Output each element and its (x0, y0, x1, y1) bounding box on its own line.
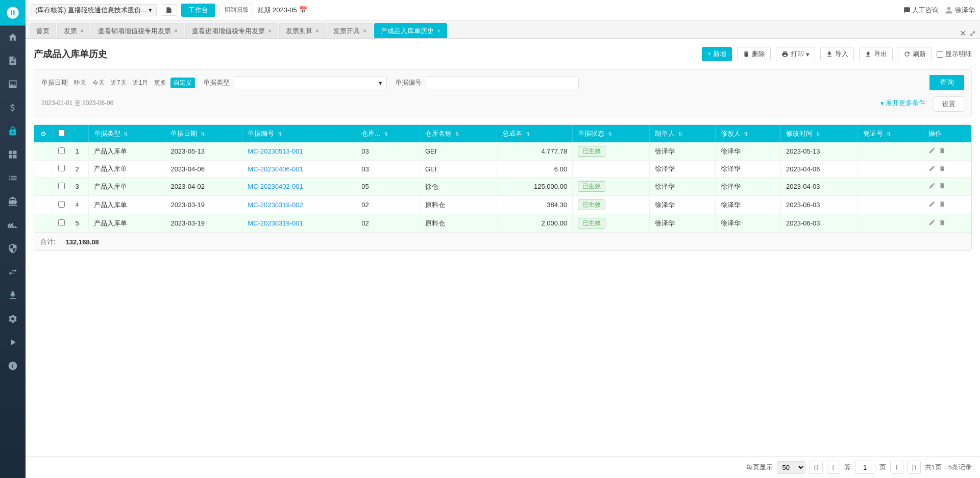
new-btn[interactable]: + 新增 (702, 47, 732, 61)
tab-check-input-vat-close[interactable]: × (268, 28, 272, 35)
row-checkbox[interactable] (58, 147, 65, 154)
tab-check-sales-vat-close[interactable]: × (174, 28, 178, 35)
row-delete-btn[interactable] (939, 182, 946, 191)
export-btn[interactable]: 导出 (859, 47, 893, 61)
prev-page-btn[interactable]: ⟨ (827, 461, 840, 474)
th-settings[interactable]: ⚙ (34, 125, 53, 142)
company-selector[interactable]: (库存核算) 直播轻统通信息技术股份... ▾ (31, 4, 157, 16)
show-detail-checkbox[interactable] (937, 51, 943, 58)
row-edit-btn[interactable] (928, 182, 936, 191)
sidebar-item-docs[interactable] (0, 49, 26, 72)
row-edit-btn[interactable] (928, 147, 936, 156)
th-status[interactable]: 单据状态 ⇅ (573, 125, 650, 142)
tab-home[interactable]: 首页 (30, 23, 56, 38)
doc-number-link[interactable]: MC-20230406-001 (248, 165, 303, 173)
sidebar-item-stamp[interactable] (0, 237, 26, 260)
delete-btn[interactable]: 删除 (737, 47, 771, 61)
row-edit-btn[interactable] (928, 165, 936, 173)
tab-invoice-open[interactable]: 发票开具 × (327, 23, 373, 38)
refresh-btn[interactable]: 刷新 (898, 47, 932, 61)
date-more-btn[interactable]: 更多 (152, 78, 168, 88)
last-page-btn[interactable]: ⟩⟩ (908, 461, 921, 474)
date-today-btn[interactable]: 今天 (90, 78, 107, 88)
row-checkbox[interactable] (58, 165, 65, 171)
cell-warehouse-name: 原料仓 (420, 214, 497, 233)
row-edit-btn[interactable] (928, 219, 936, 228)
date-1month-btn[interactable]: 近1月 (131, 78, 151, 88)
date-custom-btn[interactable]: 自定义 (170, 78, 195, 88)
type-filter-select[interactable]: ▾ (234, 77, 387, 89)
doc-number-link[interactable]: MC-20230402-001 (248, 183, 303, 190)
tab-close-all-btn[interactable]: ✕ (960, 29, 966, 38)
set-btn[interactable]: 设置 (934, 96, 964, 112)
show-detail-toggle[interactable]: 显示明细 (937, 49, 972, 59)
sidebar-item-ship[interactable] (0, 190, 26, 213)
date-7days-btn[interactable]: 近7天 (109, 78, 129, 88)
page-number-input[interactable] (855, 461, 875, 474)
workbench-btn[interactable]: 工作台 (181, 4, 215, 17)
tab-invoice-close[interactable]: × (80, 28, 84, 35)
per-page-select[interactable]: 10 20 50 100 (777, 461, 805, 474)
th-warehouse-name[interactable]: 仓库名称 ⇅ (420, 125, 497, 142)
row-checkbox[interactable] (58, 183, 65, 189)
row-delete-btn[interactable] (939, 219, 946, 228)
calendar-icon[interactable]: 📅 (299, 6, 307, 14)
th-checkbox (53, 125, 70, 142)
tab-expand-btn[interactable]: ⤢ (969, 29, 976, 38)
sidebar-item-grid[interactable] (0, 143, 26, 166)
cell-status: 已生效 (573, 214, 650, 233)
th-creator[interactable]: 制单人 ⇅ (650, 125, 716, 142)
sort-wname-icon: ⇅ (455, 131, 459, 137)
tab-product-instock-close[interactable]: × (437, 28, 440, 35)
sidebar-item-lock[interactable] (0, 119, 26, 143)
sidebar-item-chart[interactable] (0, 72, 26, 96)
sidebar-item-settings[interactable] (0, 307, 26, 331)
user-menu[interactable]: 徐泽华 (945, 6, 975, 15)
th-modifier[interactable]: 修改人 ⇅ (715, 125, 781, 142)
doc-btn[interactable] (161, 4, 177, 16)
th-number[interactable]: 单据编号 ⇅ (242, 125, 356, 142)
number-filter-input[interactable] (426, 77, 579, 89)
consult-btn[interactable]: 人工咨询 (903, 6, 939, 15)
row-checkbox[interactable] (58, 201, 65, 208)
import-btn[interactable]: 导入 (820, 47, 854, 61)
expand-filter-btn[interactable]: ▾ 展开更多条件 (880, 98, 925, 108)
next-page-btn[interactable]: ⟩ (890, 461, 903, 474)
first-page-btn[interactable]: ⟨⟨ (810, 461, 823, 474)
date-yesterday-btn[interactable]: 昨天 (72, 78, 88, 88)
print-btn[interactable]: 打印 ▾ (776, 47, 815, 61)
th-voucher[interactable]: 凭证号 ⇅ (857, 125, 923, 142)
row-delete-btn[interactable] (939, 200, 946, 209)
row-delete-btn[interactable] (939, 147, 946, 156)
th-modify-time[interactable]: 修改时间 ⇅ (781, 125, 858, 142)
sidebar-item-play[interactable] (0, 331, 26, 354)
row-checkbox[interactable] (58, 219, 65, 226)
doc-number-link[interactable]: MC-20230513-001 (248, 147, 303, 155)
sidebar-item-home[interactable] (0, 26, 26, 49)
th-date[interactable]: 单据日期 ⇅ (165, 125, 242, 142)
tab-invoice-calc[interactable]: 发票测算 × (279, 23, 326, 38)
sidebar-item-download[interactable] (0, 284, 26, 307)
row-edit-btn[interactable] (928, 200, 936, 209)
switch-old-btn[interactable]: 切到旧版 (219, 4, 253, 16)
doc-number-link[interactable]: MC-20230319-002 (248, 201, 303, 209)
th-warehouse-code[interactable]: 仓库... ⇅ (356, 125, 420, 142)
tab-check-sales-vat[interactable]: 查看销项增值税专用发票 × (91, 23, 184, 38)
cell-warehouse-code: 03 (356, 161, 420, 178)
sidebar-item-list[interactable] (0, 166, 26, 190)
row-delete-btn[interactable] (939, 165, 946, 173)
th-type[interactable]: 单据类型 ⇅ (88, 125, 165, 142)
sidebar-item-exchange[interactable] (0, 260, 26, 284)
select-all-checkbox[interactable] (58, 130, 65, 136)
doc-number-link[interactable]: MC-20230319-001 (248, 219, 303, 227)
sidebar-item-version[interactable] (0, 354, 26, 378)
tab-invoice[interactable]: 发票 × (57, 23, 90, 38)
tab-invoice-open-close[interactable]: × (363, 28, 366, 35)
sidebar-item-factory[interactable] (0, 213, 26, 237)
tab-check-input-vat[interactable]: 查看进项增值税专用发票 × (185, 23, 278, 38)
sidebar-item-money[interactable] (0, 96, 26, 119)
tab-invoice-calc-close[interactable]: × (315, 28, 319, 35)
th-total-cost[interactable]: 总成本 ⇅ (497, 125, 572, 142)
query-btn[interactable]: 查询 (929, 75, 964, 90)
tab-product-instock[interactable]: 产成品入库单历史 × (374, 23, 447, 38)
